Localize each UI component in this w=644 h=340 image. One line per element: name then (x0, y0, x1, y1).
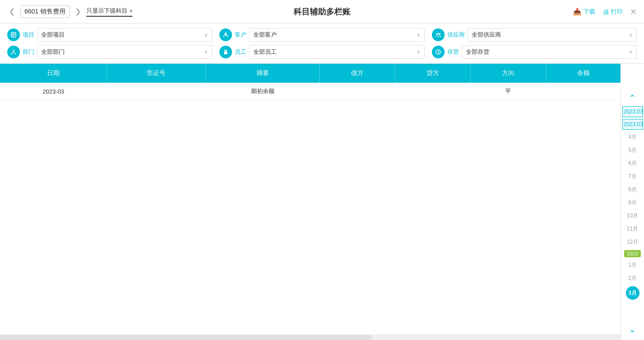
month-2[interactable]: 2月 (621, 272, 644, 285)
department-icon (7, 46, 20, 58)
inventory-icon (432, 46, 445, 58)
filter-employee: 员工 全部员工 ∨ (219, 45, 424, 59)
filter-customer: 客户 全部客户 ∨ (219, 28, 424, 42)
customer-select[interactable]: 全部客户 ∨ (249, 28, 424, 42)
selected-month-top-1[interactable]: 2023.03 (622, 106, 643, 117)
inventory-select[interactable]: 全部存货 ∨ (462, 45, 637, 59)
customer-label: 客户 (235, 31, 246, 39)
month-10[interactable]: 10月 (621, 209, 644, 222)
project-arrow: ∨ (204, 32, 208, 38)
col-balance: 余额 (546, 64, 620, 83)
col-direction: 方向 (470, 64, 546, 83)
department-value: 全部部门 (41, 48, 65, 56)
project-icon (7, 28, 20, 41)
department-select[interactable]: 全部部门 ∨ (37, 45, 212, 59)
month-11[interactable]: 11月 (621, 222, 644, 236)
svg-point-7 (13, 50, 14, 51)
month-5[interactable]: 5月 (621, 144, 644, 157)
project-select[interactable]: 全部项目 ∨ (37, 28, 212, 42)
nav-right-arrow[interactable]: ❯ (73, 6, 83, 17)
filter-dropdown-label: 只显示下级科目 (86, 7, 128, 15)
cell-credit (395, 83, 471, 100)
month-3-active[interactable]: 3月 (626, 286, 639, 300)
supplier-value: 全部供应商 (472, 31, 501, 39)
main-content: 日期 凭证号 摘要 借方 贷方 方向 余额 2023-03 (0, 64, 620, 340)
download-label: 下载 (583, 8, 595, 16)
customer-icon (219, 28, 232, 41)
download-icon: 📥 (573, 8, 582, 16)
employee-label: 员工 (235, 48, 246, 56)
page-title: 科目辅助多栏账 (294, 6, 350, 17)
horizontal-scrollbar[interactable] (0, 335, 620, 340)
panel-arrow-down[interactable]: ⌄ (627, 322, 638, 336)
filter-dropdown-btn[interactable]: 只显示下级科目 ∨ (86, 7, 133, 17)
cell-voucher (107, 83, 206, 100)
title-left: ❮ 6601 销售费用 ❯ 只显示下级科目 ∨ (7, 5, 133, 18)
filter-row-1: 项目 全部项目 ∨ 客户 全部客户 ∨ (7, 28, 637, 42)
scrollbar-thumb (0, 335, 372, 340)
content-area: 日期 凭证号 摘要 借方 贷方 方向 余额 2023-03 (0, 64, 644, 340)
employee-select[interactable]: 全部员工 ∨ (249, 45, 424, 59)
col-voucher: 凭证号 (107, 64, 206, 83)
right-panel: ⌃ 2023.03 2023.03 4月 5月 6月 7月 8月 9月 10月 … (620, 87, 644, 340)
employee-arrow: ∨ (417, 49, 421, 55)
print-label: 打印 (611, 8, 623, 16)
inventory-arrow: ∨ (629, 49, 633, 55)
col-date: 日期 (0, 64, 107, 83)
filter-project: 项目 全部项目 ∨ (7, 28, 212, 42)
cell-date: 2023-03 (0, 83, 107, 100)
month-9[interactable]: 9月 (621, 196, 644, 209)
year-label-2023: 2023 (624, 250, 640, 257)
cell-direction: 平 (470, 83, 546, 100)
employee-icon (219, 46, 232, 58)
title-right: 📥 下载 🖨 打印 ✕ (573, 7, 637, 17)
cell-debit (320, 83, 395, 100)
svg-point-4 (436, 33, 438, 35)
month-8[interactable]: 8月 (621, 183, 644, 196)
project-label: 项目 (23, 31, 34, 39)
filter-supplier: 供应商 全部供应商 ∨ (432, 28, 637, 42)
filter-row-2: 部门 全部部门 ∨ 员工 全部员工 ∨ (7, 45, 637, 59)
account-code[interactable]: 6601 销售费用 (20, 5, 70, 18)
month-1[interactable]: 1月 (621, 259, 644, 272)
cell-summary: 期初余额 (206, 83, 320, 100)
month-7[interactable]: 7月 (621, 170, 644, 183)
download-button[interactable]: 📥 下载 (573, 8, 595, 16)
filter-dropdown-arrow: ∨ (129, 8, 133, 13)
nav-left-arrow[interactable]: ❮ (7, 6, 17, 17)
month-4[interactable]: 4月 (621, 131, 644, 144)
title-bar: ❮ 6601 销售费用 ❯ 只显示下级科目 ∨ 科目辅助多栏账 📥 下载 🖨 打… (0, 0, 644, 24)
svg-rect-9 (225, 51, 227, 52)
inventory-value: 全部存货 (466, 48, 489, 56)
panel-arrow-up[interactable]: ⌃ (627, 91, 638, 105)
customer-arrow: ∨ (417, 32, 421, 38)
filter-department: 部门 全部部门 ∨ (7, 45, 212, 59)
svg-point-5 (439, 33, 440, 35)
cell-balance (546, 83, 620, 100)
table-header-row: 日期 凭证号 摘要 借方 贷方 方向 余额 (0, 64, 620, 83)
col-debit: 借方 (320, 64, 395, 83)
print-button[interactable]: 🖨 打印 (602, 8, 623, 16)
selected-month-top-2[interactable]: 2023.03 (622, 119, 643, 130)
supplier-label: 供应商 (447, 31, 465, 39)
print-icon: 🖨 (602, 8, 609, 15)
filter-inventory: 存货 全部存货 ∨ (432, 45, 637, 59)
employee-value: 全部员工 (253, 48, 277, 56)
main-table: 日期 凭证号 摘要 借方 贷方 方向 余额 2023-03 (0, 64, 620, 100)
project-value: 全部项目 (41, 31, 65, 39)
svg-rect-10 (224, 52, 227, 54)
supplier-icon (432, 28, 445, 41)
month-6[interactable]: 6月 (621, 157, 644, 170)
supplier-arrow: ∨ (629, 32, 633, 38)
department-label: 部门 (23, 48, 34, 56)
filter-area: 项目 全部项目 ∨ 客户 全部客户 ∨ (0, 24, 644, 64)
col-summary: 摘要 (206, 64, 320, 83)
supplier-select[interactable]: 全部供应商 ∨ (468, 28, 637, 42)
table-container[interactable]: 日期 凭证号 摘要 借方 贷方 方向 余额 2023-03 (0, 64, 620, 335)
col-credit: 贷方 (395, 64, 471, 83)
inventory-label: 存货 (447, 48, 459, 56)
department-arrow: ∨ (204, 49, 208, 55)
customer-value: 全部客户 (253, 31, 277, 39)
close-button[interactable]: ✕ (630, 7, 637, 17)
month-12[interactable]: 12月 (621, 236, 644, 249)
